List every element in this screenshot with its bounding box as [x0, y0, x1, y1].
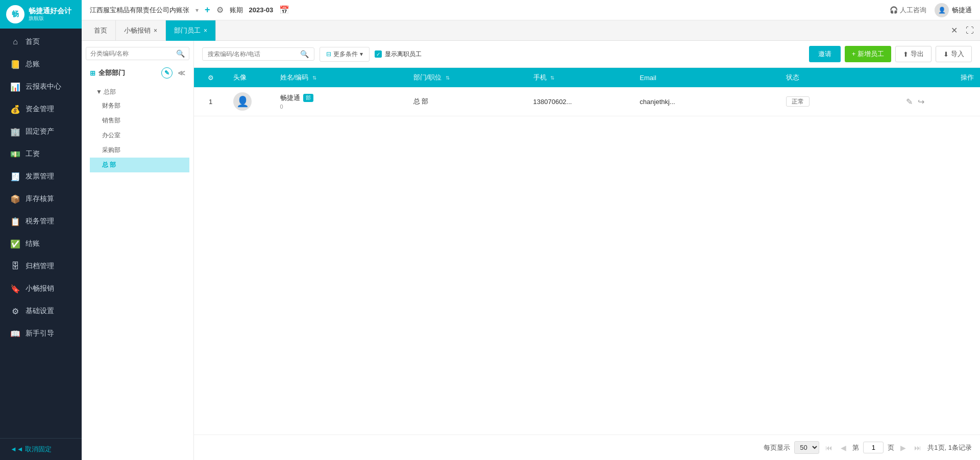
export-label: 导出: [911, 49, 924, 59]
tabs-actions: ✕ ⛶: [949, 23, 976, 37]
dept-item-sales[interactable]: 销售部: [90, 113, 189, 128]
col-settings[interactable]: ⚙: [194, 68, 227, 87]
employee-search-icon[interactable]: 🔍: [300, 50, 309, 58]
tab-dept-close[interactable]: ×: [204, 27, 207, 34]
sidebar-item-home[interactable]: ⌂ 首页: [0, 31, 82, 53]
sidebar-item-inventory[interactable]: 📦 库存核算: [0, 188, 82, 210]
tab-dept-staff[interactable]: 部门员工 ×: [166, 20, 216, 41]
add-employee-button[interactable]: + 新增员工: [845, 46, 891, 62]
first-page-button[interactable]: ⏮: [823, 443, 835, 453]
ledger-icon: 📒: [10, 59, 20, 69]
grid-icon: ⊞: [90, 69, 95, 77]
import-label: 导入: [951, 49, 964, 59]
row-phone: 138070602...: [527, 87, 634, 116]
sidebar-item-label: 工资: [26, 149, 40, 159]
dept-collapse-icon[interactable]: ≪: [178, 69, 185, 77]
add-company-button[interactable]: +: [205, 5, 210, 15]
sidebar-item-label: 资金管理: [26, 105, 54, 114]
all-dept-label: 全部部门: [99, 68, 125, 78]
user-menu[interactable]: 👤 畅捷通: [935, 3, 972, 17]
dept-edit-button[interactable]: ✎: [161, 67, 173, 79]
show-resigned-checkbox[interactable]: ✓: [375, 50, 382, 58]
next-page-button[interactable]: ▶: [898, 443, 908, 453]
sidebar-item-label: 结账: [26, 239, 40, 248]
help-button[interactable]: 🎧 人工咨询: [890, 6, 926, 15]
sidebar-item-label: 新手引导: [26, 329, 54, 338]
logo-title: 畅捷通好会计: [29, 7, 71, 15]
page-input[interactable]: [863, 442, 884, 453]
avatar: 👤: [935, 3, 949, 17]
phone-sort-icon: ⇅: [550, 75, 554, 81]
dept-item-headquarters[interactable]: 总 部: [90, 158, 189, 172]
export-button[interactable]: ⬆ 导出: [895, 46, 932, 62]
tab-expense[interactable]: 小畅报销 ×: [116, 20, 166, 41]
sidebar-item-settle[interactable]: ✅ 结账: [0, 233, 82, 255]
sidebar-item-label: 总账: [26, 60, 40, 69]
edit-icon[interactable]: ✎: [906, 97, 913, 107]
sidebar-item-archive[interactable]: 🗄 归档管理: [0, 255, 82, 277]
archive-icon: 🗄: [10, 261, 20, 271]
all-dept-header[interactable]: ⊞ 全部部门 ✎ ≪: [86, 64, 189, 82]
inventory-icon: 📦: [10, 194, 20, 204]
tab-expand-button[interactable]: ⛶: [964, 23, 976, 37]
col-action: 操作: [900, 68, 980, 87]
sidebar-item-tax[interactable]: 📋 税务管理: [0, 210, 82, 233]
sidebar-item-reports[interactable]: 📊 云报表中心: [0, 75, 82, 98]
col-name[interactable]: 姓名/编码 ⇅: [274, 68, 407, 87]
tab-close-button[interactable]: ✕: [949, 23, 960, 37]
tab-expense-close[interactable]: ×: [154, 27, 157, 34]
sidebar-item-ledger[interactable]: 📒 总账: [0, 53, 82, 75]
sidebar-pin-toggle[interactable]: ◄◄ 取消固定: [0, 438, 82, 460]
invite-button[interactable]: 邀请: [809, 46, 841, 62]
tab-dept-label: 部门员工: [174, 26, 201, 35]
sidebar-item-expense[interactable]: 🔖 小畅报销: [0, 277, 82, 300]
col-dept[interactable]: 部门/职位 ⇅: [407, 68, 527, 87]
company-dropdown-icon[interactable]: ▾: [195, 7, 199, 14]
headset-icon: 🎧: [890, 6, 898, 14]
employee-code: 0: [280, 104, 401, 110]
settings-gear-icon[interactable]: ⚙: [216, 5, 224, 15]
dept-root-label[interactable]: ▼ 总部: [90, 86, 189, 98]
pagination: 每页显示 50 ⏮ ◀ 第 页 ▶ ⏭ 共1页, 1条记录: [194, 435, 980, 460]
row-status: 正常: [780, 87, 900, 116]
tab-home[interactable]: 首页: [86, 20, 116, 41]
dept-item-office[interactable]: 办公室: [90, 128, 189, 143]
sidebar-item-capital[interactable]: 💰 资金管理: [0, 98, 82, 120]
last-page-button[interactable]: ⏭: [912, 443, 923, 453]
import-button[interactable]: ⬇ 导入: [936, 46, 972, 62]
salary-icon: 💵: [10, 149, 20, 159]
filter-dropdown-icon: ▾: [360, 50, 363, 58]
filter-button[interactable]: ⊟ 更多条件 ▾: [320, 47, 370, 62]
logo-sub: 旗舰版: [29, 15, 71, 22]
toolbar-right: 邀请 + 新增员工 ⬆ 导出 ⬇ 导入: [809, 46, 972, 62]
col-phone[interactable]: 手机 ⇅: [527, 68, 634, 87]
sidebar-item-settings[interactable]: ⚙ 基础设置: [0, 300, 82, 322]
employee-search-input[interactable]: [208, 50, 297, 58]
dept-item-purchase[interactable]: 采购部: [90, 143, 189, 158]
dept-tree: ▼ 总部 财务部 销售部 办公室 采购部 总 部: [86, 86, 189, 172]
calendar-icon[interactable]: 📅: [279, 5, 289, 15]
period-label: 账期: [230, 6, 243, 15]
capital-icon: 💰: [10, 104, 20, 114]
row-dept: 总 部: [407, 87, 527, 116]
sidebar-item-assets[interactable]: 🏢 固定资产: [0, 120, 82, 143]
page-size-select[interactable]: 50: [794, 441, 819, 454]
prev-page-button[interactable]: ◀: [839, 443, 848, 453]
left-panel: 🔍 ⊞ 全部部门 ✎ ≪ ▼ 总部 财务部 销售部 办公室 采购部 总 部: [82, 41, 194, 460]
sidebar-item-label: 归档管理: [26, 262, 54, 271]
dept-search-box: 🔍: [86, 47, 189, 60]
dept-search-icon[interactable]: 🔍: [176, 49, 185, 58]
sidebar-item-salary[interactable]: 💵 工资: [0, 143, 82, 165]
dept-search-input[interactable]: [90, 50, 174, 57]
import-icon: ⬇: [943, 50, 949, 58]
tab-expense-label: 小畅报销: [124, 26, 151, 35]
sidebar-item-guide[interactable]: 📖 新手引导: [0, 322, 82, 345]
exit-icon[interactable]: ↪: [918, 97, 924, 107]
page-label: 页: [888, 443, 894, 452]
dept-item-finance[interactable]: 财务部: [90, 98, 189, 113]
status-badge: 正常: [786, 96, 810, 107]
col-email: Email: [633, 68, 780, 87]
page-no-label: 第: [852, 443, 859, 452]
sidebar-item-invoice[interactable]: 🧾 发票管理: [0, 165, 82, 188]
show-resigned-toggle[interactable]: ✓ 显示离职员工: [375, 50, 422, 59]
